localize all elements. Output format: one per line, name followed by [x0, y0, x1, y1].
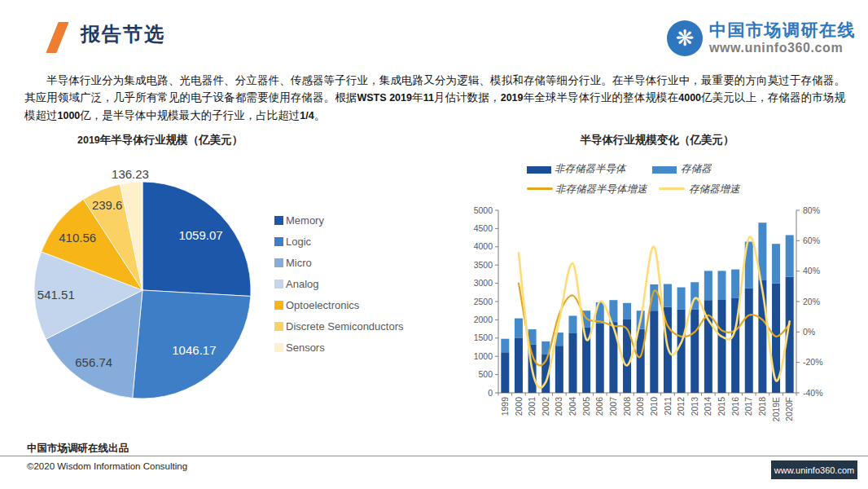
y-axis-left-label: 4000	[474, 241, 493, 251]
site-badge-link[interactable]: www.uninfo360.com	[771, 460, 857, 479]
bar-segment-non-memory	[690, 310, 699, 393]
text-bold-segment: WSTS 2019	[357, 92, 412, 104]
slash-icon	[46, 22, 68, 53]
compass-glyph: ❋	[676, 28, 695, 50]
bar-segment-memory	[772, 244, 780, 283]
x-axis-year-label: 2003	[554, 397, 563, 416]
y-axis-left-label: 5000	[474, 205, 493, 215]
legend-swatch-memory-bar	[652, 166, 677, 174]
pie-legend-swatch	[274, 237, 283, 246]
y-axis-left-label: 4500	[474, 223, 493, 233]
y-axis-left-label: 0	[488, 388, 493, 398]
text-bold-segment: 2019	[501, 92, 524, 104]
x-axis-year-label: 2009	[635, 397, 645, 416]
pie-legend-label: Optoelectronics	[286, 299, 359, 311]
x-axis-year-label: 2016	[730, 397, 740, 416]
bar-segment-non-memory	[677, 309, 686, 393]
pie-legend-item: Analog	[274, 278, 404, 290]
pie-legend-item: Memory	[274, 214, 404, 227]
pie-legend-item: Discrete Semiconductors	[274, 320, 404, 333]
x-axis-year-label: 1999	[500, 397, 510, 416]
text-segment: 亿，是半导体中规模最大的子行业，占比超过	[80, 109, 300, 121]
pie-value-label: 410.56	[59, 231, 96, 244]
text-bold-segment: 11	[423, 92, 434, 104]
y-axis-right-label: -40%	[803, 388, 823, 398]
x-axis-year-label: 2005	[581, 397, 591, 416]
pie-legend-item: Logic	[274, 236, 404, 248]
x-axis-year-label: 2004	[568, 397, 577, 416]
legend-label-memory-growth: 存储器增速	[689, 183, 740, 196]
logo: ❋ 中国市场调研在线 www.uninfo360.com	[667, 20, 856, 56]
text-segment: 年	[412, 91, 423, 104]
pie-legend-item: Micro	[274, 257, 404, 269]
x-axis-year-label: 2015	[717, 397, 726, 416]
bar-segment-memory	[623, 303, 631, 319]
y-axis-left-label: 2500	[474, 297, 493, 306]
y-axis-left-label: 3500	[474, 260, 493, 270]
bar-segment-memory	[569, 315, 577, 333]
bar-segment-memory	[718, 271, 726, 299]
x-axis-year-label: 2000	[514, 397, 524, 416]
bar-segment-non-memory	[745, 288, 753, 393]
x-axis-labels: 1999200020012002200320042005200620072008…	[500, 397, 794, 422]
stacked-bar-line-chart: 0500100015002000250030003500400045005000…	[456, 202, 863, 440]
pie-legend-label: Micro	[286, 257, 312, 269]
pie-legend-swatch	[274, 343, 283, 352]
legend-swatch-memory-growth-line	[659, 187, 685, 190]
x-axis-year-label: 2008	[622, 397, 632, 416]
y-axis-right-label: 80%	[803, 205, 820, 215]
bar-segment-memory	[704, 271, 712, 300]
bar-segment-non-memory	[555, 346, 563, 393]
pie-chart: 1059.071046.17656.74541.51410.56239.6136…	[24, 158, 277, 417]
pie-legend-swatch	[274, 258, 283, 267]
bar-segment-memory	[677, 288, 686, 310]
axes: 0500100015002000250030003500400045005000…	[474, 205, 823, 398]
bar-segment-non-memory	[596, 324, 604, 393]
x-axis-year-label: 2007	[608, 397, 618, 416]
bar-segment-memory	[501, 339, 509, 353]
pie-legend-label: Memory	[286, 214, 324, 227]
pie-value-label: 656.74	[75, 355, 112, 369]
pie-value-label: 541.51	[37, 288, 75, 302]
x-axis-year-label: 2002	[541, 397, 550, 416]
bar-segment-non-memory	[515, 337, 523, 393]
text-segment: 年半导体行业规模（亿美元）	[100, 134, 243, 146]
x-axis-year-label: 2011	[663, 397, 673, 416]
bar-segment-non-memory	[569, 333, 577, 393]
pie-legend-item: Sensors	[274, 341, 404, 354]
y-axis-left-label: 1000	[474, 351, 493, 361]
y-axis-left-label: 3000	[474, 278, 493, 288]
bar-segment-memory	[664, 284, 672, 307]
footer-divider	[0, 456, 868, 456]
legend-label-non-memory-bar: 非存储器半导体	[555, 162, 626, 176]
y-axis-left-label: 1500	[474, 333, 493, 342]
x-axis-year-label: 2017	[743, 397, 753, 416]
text-segment: 年全球半导体行业的整体规模在	[524, 91, 679, 104]
pie-value-label: 1059.07	[178, 228, 222, 242]
y-axis-left-label: 2000	[474, 315, 493, 324]
y-axis-right-label: 40%	[803, 266, 820, 275]
x-axis-year-label: 2013	[690, 397, 699, 416]
text-segment: 。	[314, 109, 326, 121]
report-page: 报告节选 ❋ 中国市场调研在线 www.uninfo360.com 半导体行业分…	[0, 0, 868, 489]
text-bold-segment: 2019	[77, 134, 100, 146]
pie-legend-swatch	[274, 216, 283, 225]
x-axis-year-label: 2014	[703, 397, 712, 416]
page-title: 报告节选	[81, 21, 165, 47]
pie-value-label: 136.23	[112, 167, 149, 181]
footer-copyright: ©2020 Wisdom Information Consulting	[27, 461, 187, 471]
bars	[501, 222, 793, 393]
x-axis-year-label: 2010	[649, 397, 659, 416]
logo-url-link[interactable]: www.uninfo360.com	[709, 40, 856, 55]
y-axis-right-label: 60%	[803, 236, 820, 245]
bar-segment-non-memory	[637, 329, 645, 393]
bar-chart-title: 半导体行业规模变化（亿美元）	[521, 133, 793, 148]
y-axis-left-label: 500	[478, 369, 493, 379]
legend-label-non-memory-growth: 非存储器半导体增速	[555, 183, 647, 196]
logo-text: 中国市场调研在线 www.uninfo360.com	[709, 20, 856, 55]
bar-segment-non-memory	[501, 352, 509, 393]
legend-label-memory-bar: 存储器	[681, 162, 712, 176]
logo-name: 中国市场调研在线	[709, 20, 856, 40]
y-axis-right-label: 20%	[803, 297, 820, 306]
y-axis-right-label: -20%	[803, 357, 823, 367]
